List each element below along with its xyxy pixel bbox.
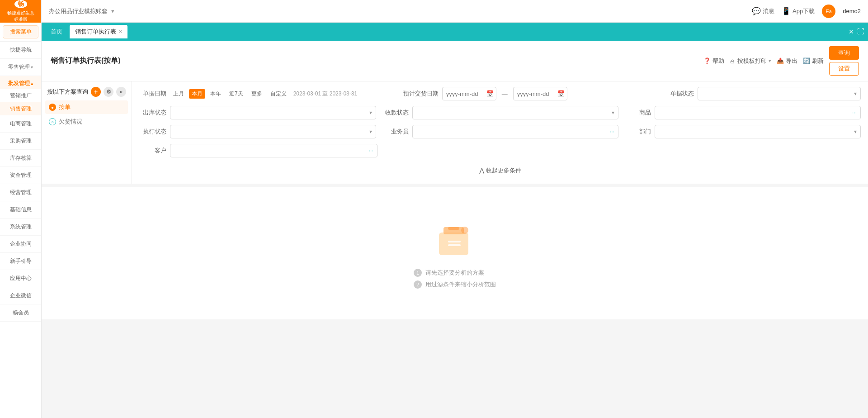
empty-step-2: 2 用过滤条件来缩小分析范围 — [414, 280, 496, 289]
filter-row-2: 出库状态 ▾ 收款状态 ▾ 商品 — [139, 106, 861, 119]
message-icon: 💬 — [752, 7, 761, 15]
sidebar-item-inventory[interactable]: 库存核算 — [0, 150, 41, 167]
sidebar-item-basic-info[interactable]: 基础信息 — [0, 201, 41, 218]
svg-rect-0 — [439, 233, 468, 255]
sidebar-item-finance[interactable]: 资金管理 — [0, 167, 41, 184]
sidebar-item-purchase[interactable]: 采购管理 — [0, 133, 41, 150]
sidebar-item-retail[interactable]: 零售管理 ▾ — [0, 59, 41, 76]
page-title-actions: ❓ 帮助 🖨 按模板打印 ▾ 📤 导出 🔄 刷新 查询 — [703, 46, 859, 81]
app-download-button[interactable]: 📱 App下载 — [782, 7, 815, 15]
filter-form: 单据日期 上月 本月 本年 近7天 更多 自定义 2023-03-01 至 20… — [132, 81, 868, 184]
add-scheme-button[interactable]: + — [91, 87, 101, 97]
print-button[interactable]: 🖨 按模板打印 ▾ — [730, 57, 771, 65]
exec-status-label: 执行状态 — [139, 128, 166, 136]
sidebar-item-member[interactable]: 畅会员 — [0, 304, 41, 322]
svg-rect-2 — [448, 227, 459, 230]
goods-label: 商品 — [624, 109, 651, 117]
dept-select[interactable]: ▾ — [655, 125, 861, 138]
receipt-status-select[interactable]: ▾ — [412, 106, 618, 119]
delivery-date-end[interactable] — [513, 87, 567, 100]
user-name[interactable]: demo2 — [843, 8, 861, 14]
message-button[interactable]: 💬 消息 — [752, 7, 774, 15]
sidebar-item-ecommerce[interactable]: 电商管理 — [0, 115, 41, 133]
help-button[interactable]: ❓ 帮助 — [703, 57, 724, 65]
sidebar-item-marketing[interactable]: 营销推广 — [0, 89, 41, 102]
scheme-item-by-order[interactable]: ● 按单 — [45, 100, 128, 114]
doc-status-dropdown-icon: ▾ — [854, 90, 857, 97]
receipt-status-label: 收款状态 — [382, 109, 409, 117]
date-range-text: 2023-03-01 至 2023-03-31 — [293, 90, 357, 98]
scheme-settings-button[interactable]: ⚙ — [104, 87, 113, 97]
date-last-7-days[interactable]: 近7天 — [226, 89, 246, 99]
avatar[interactable]: Ea — [822, 5, 835, 18]
receipt-status-dropdown-icon: ▾ — [612, 109, 614, 116]
tab-bar-right: × ⛶ — [849, 27, 864, 37]
filter-row-3: 执行状态 ▾ 业务员 ··· 部门 — [139, 125, 861, 138]
date-this-month[interactable]: 本月 — [189, 89, 205, 99]
sidebar-item-wechat[interactable]: 企业微信 — [0, 287, 41, 304]
dept-field: 部门 ▾ — [624, 125, 861, 138]
sidebar-item-guide[interactable]: 新手引导 — [0, 253, 41, 270]
svg-rect-3 — [448, 241, 461, 242]
sidebar-item-quick-nav[interactable]: 快捷导航 — [0, 42, 41, 59]
scheme-item-shortage[interactable]: ○ 欠货情况 — [45, 115, 128, 128]
sidebar-item-operations[interactable]: 经营管理 — [0, 184, 41, 201]
sidebar-item-app-center[interactable]: 应用中心 — [0, 270, 41, 287]
out-status-label: 出库状态 — [139, 109, 166, 117]
collapse-more-button[interactable]: ⋀ 收起更多条件 — [139, 163, 861, 178]
industry-dropdown-icon[interactable]: ▾ — [111, 8, 114, 14]
sidebar-item-wholesale[interactable]: 批发管理 ▴ — [0, 76, 41, 89]
query-button[interactable]: 查询 — [829, 46, 859, 60]
doc-status-select[interactable]: ▾ — [698, 87, 861, 100]
export-button[interactable]: 📤 导出 — [777, 57, 797, 65]
retail-arrow-icon: ▾ — [31, 65, 33, 70]
doc-status-label: 单据状态 — [667, 90, 694, 98]
sidebar-item-enterprise[interactable]: 企业协同 — [0, 236, 41, 253]
goods-field: 商品 ··· — [624, 106, 861, 119]
tab-close-icon[interactable]: × — [119, 28, 122, 35]
sidebar-item-sales[interactable]: 销售管理 — [0, 102, 41, 115]
doc-status-field: 单据状态 ▾ — [667, 87, 861, 100]
search-menu-button[interactable]: 搜索菜单 — [3, 25, 38, 38]
empty-step-1: 1 请先选择要分析的方案 — [414, 269, 496, 277]
filter-row-4: 客户 ··· — [139, 144, 861, 157]
header-title-area: 办公用品行业模拟账套 ▾ — [49, 7, 114, 15]
collapse-panel-button[interactable]: « — [116, 87, 126, 97]
app-version: 标准版 — [14, 16, 28, 23]
salesperson-input[interactable]: ··· — [412, 125, 618, 138]
filter-row-1: 单据日期 上月 本月 本年 近7天 更多 自定义 2023-03-01 至 20… — [139, 87, 861, 100]
exec-status-dropdown-icon: ▾ — [369, 128, 372, 135]
expected-delivery-label: 预计交货日期 — [403, 90, 439, 98]
customer-more-icon: ··· — [369, 147, 373, 154]
salesperson-field: 业务员 ··· — [382, 125, 618, 138]
date-last-month[interactable]: 上月 — [170, 89, 187, 99]
out-status-select[interactable]: ▾ — [170, 106, 376, 119]
refresh-icon: 🔄 — [803, 57, 810, 64]
close-window-icon[interactable]: × — [849, 27, 854, 37]
refresh-button[interactable]: 🔄 刷新 — [803, 57, 824, 65]
empty-illustration: ! — [432, 214, 477, 260]
date-label: 单据日期 — [139, 90, 166, 98]
customer-input[interactable]: ··· — [170, 144, 377, 157]
top-header: 办公用品行业模拟账套 ▾ 💬 消息 📱 App下载 Ea demo2 — [42, 0, 868, 23]
dept-label: 部门 — [624, 128, 651, 136]
delivery-date-start[interactable] — [442, 87, 496, 100]
svg-text:!: ! — [463, 228, 465, 233]
tab-home[interactable]: 首页 — [45, 25, 68, 38]
main-content: 办公用品行业模拟账套 ▾ 💬 消息 📱 App下载 Ea demo2 首页 销售… — [42, 0, 868, 418]
app-logo[interactable]: 畅 畅捷通好生意 标准版 — [0, 0, 41, 23]
date-separator: — — [500, 90, 509, 97]
print-dropdown-icon[interactable]: ▾ — [769, 58, 771, 64]
print-icon: 🖨 — [730, 57, 736, 64]
empty-steps-list: 1 请先选择要分析的方案 2 用过滤条件来缩小分析范围 — [414, 269, 496, 292]
exec-status-select[interactable]: ▾ — [170, 125, 376, 138]
tab-sales-order[interactable]: 销售订单执行表 × — [70, 25, 127, 38]
date-this-year[interactable]: 本年 — [207, 89, 224, 99]
header-actions: 💬 消息 📱 App下载 Ea demo2 — [752, 5, 861, 18]
date-custom[interactable]: 自定义 — [267, 89, 290, 99]
date-more[interactable]: 更多 — [248, 89, 265, 99]
sidebar-item-system[interactable]: 系统管理 — [0, 218, 41, 236]
settings-button[interactable]: 设置 — [829, 62, 859, 76]
goods-input[interactable]: ··· — [655, 106, 861, 119]
fullscreen-icon[interactable]: ⛶ — [857, 28, 864, 36]
